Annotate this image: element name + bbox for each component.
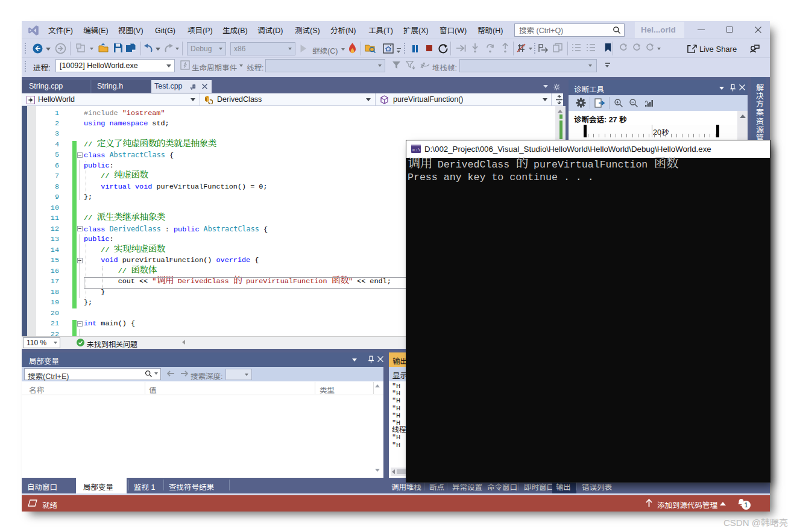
svg-text:c:\: c:\ — [412, 148, 421, 152]
